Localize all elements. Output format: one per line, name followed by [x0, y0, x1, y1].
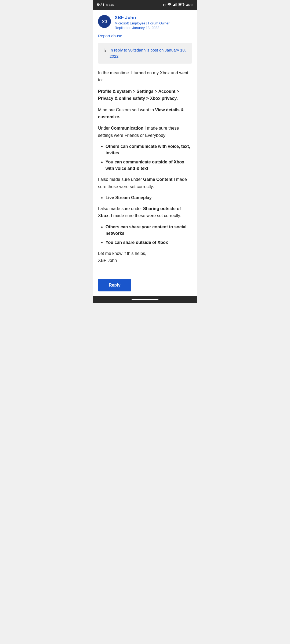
home-indicator — [132, 299, 158, 300]
body-nav-path: Profile & system > Settings > Account > … — [98, 88, 192, 102]
status-right: ⊙ 46% — [163, 3, 193, 7]
body-game-content-intro: I also made sure under Game Content I ma… — [98, 176, 192, 190]
post-card: XJ XBF John Microsoft Employee | Forum O… — [93, 10, 197, 275]
svg-point-0 — [169, 5, 170, 6]
list-item: You can communicate outside of Xbox with… — [106, 159, 192, 172]
battery-icon — [179, 3, 184, 7]
status-bar: 5:21 WYZE ⊙ 46% — [93, 0, 197, 10]
main-content: XJ XBF John Microsoft Employee | Forum O… — [93, 10, 197, 296]
status-time: 5:21 — [97, 3, 104, 7]
author-role: Microsoft Employee | Forum Owner — [115, 21, 192, 25]
list-item: Live Stream Gameplay — [106, 195, 192, 201]
reply-quote-text: In reply to y0itsdanni's post on January… — [110, 47, 187, 59]
wifi-icon — [167, 3, 172, 7]
bottom-bar — [93, 296, 197, 303]
reply-button-container: Reply — [93, 275, 197, 296]
reply-quote-inner: ↳ In reply to y0itsdanni's post on Janua… — [103, 47, 187, 59]
author-info: XBF John Microsoft Employee | Forum Owne… — [115, 15, 192, 30]
game-content-list: Live Stream Gameplay — [106, 195, 192, 201]
svg-rect-3 — [175, 3, 176, 6]
status-app-name: WYZE — [106, 3, 114, 6]
body-closing: Let me know if this helps, XBF John — [98, 250, 192, 264]
reply-button[interactable]: Reply — [98, 279, 131, 291]
avatar: XJ — [98, 15, 111, 28]
reply-quote-box: ↳ In reply to y0itsdanni's post on Janua… — [98, 43, 192, 64]
avatar-initials: XJ — [102, 19, 107, 24]
svg-rect-7 — [179, 3, 181, 5]
location-icon: ⊙ — [163, 3, 166, 7]
body-custom-text: Mine are Custom so I went to View detail… — [98, 107, 192, 121]
sharing-list: Others can share your content to social … — [106, 224, 192, 246]
list-item: Others can communicate with voice, text,… — [106, 143, 192, 156]
body-signature: XBF John — [98, 258, 117, 263]
list-item: Others can share your content to social … — [106, 224, 192, 237]
body-communication-intro: Under Communication I made sure these se… — [98, 125, 192, 139]
reply-arrow-icon: ↳ — [103, 47, 107, 53]
status-left: 5:21 WYZE — [97, 3, 114, 7]
post-body: In the meantime. I turned on my Xbox and… — [98, 69, 192, 264]
author-row: XJ XBF John Microsoft Employee | Forum O… — [98, 15, 192, 30]
author-date: Replied on January 18, 2022 — [115, 26, 192, 30]
communication-list: Others can communicate with voice, text,… — [106, 143, 192, 172]
author-name: XBF John — [115, 15, 192, 20]
battery-percentage: 46% — [186, 3, 193, 7]
svg-rect-2 — [174, 4, 175, 6]
list-item: You can share outside of Xbox — [106, 239, 192, 246]
body-sharing-intro: I also made sure under Sharing outside o… — [98, 205, 192, 219]
signal-icon — [173, 3, 177, 7]
svg-rect-6 — [184, 4, 184, 5]
body-intro: In the meantime. I turned on my Xbox and… — [98, 69, 192, 84]
svg-rect-1 — [173, 5, 174, 6]
report-abuse-link[interactable]: Report abuse — [98, 34, 192, 38]
svg-rect-4 — [176, 3, 177, 6]
